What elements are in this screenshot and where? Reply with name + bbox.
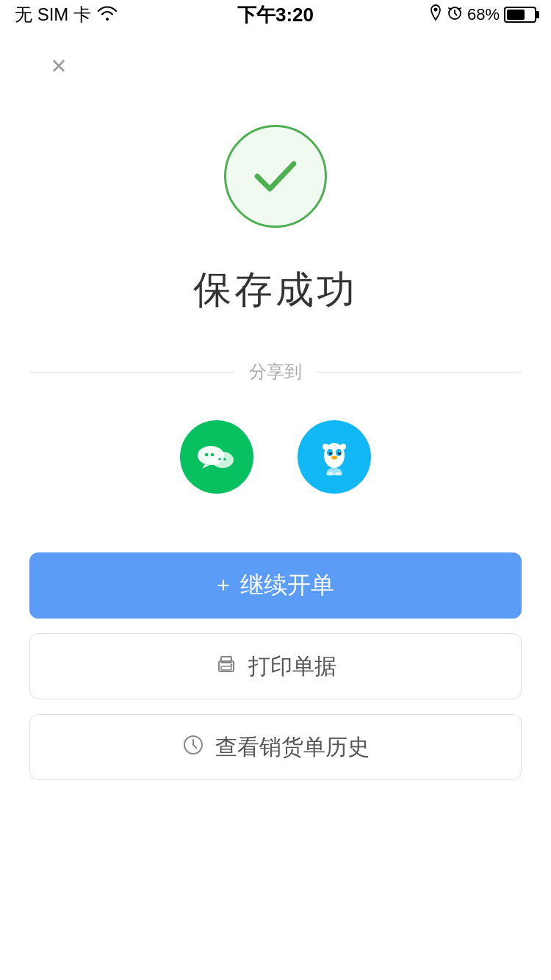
carrier-text: 无 SIM 卡: [15, 3, 91, 26]
battery-fill: [507, 10, 525, 20]
printer-icon: [215, 652, 238, 681]
svg-point-15: [339, 452, 341, 453]
clock-icon: [181, 733, 205, 762]
svg-point-24: [231, 663, 233, 666]
continue-label: 继续开单: [240, 569, 334, 602]
svg-point-20: [335, 472, 342, 476]
svg-point-0: [433, 8, 437, 12]
battery-percentage: 68%: [467, 5, 500, 24]
checkmark-icon: [253, 154, 298, 198]
svg-point-7: [223, 458, 226, 461]
share-icons-group: [180, 420, 371, 494]
print-label: 打印单据: [248, 652, 336, 682]
main-content: × 保存成功 分享到: [0, 29, 551, 980]
continue-button[interactable]: + 继续开单: [29, 552, 522, 619]
svg-point-16: [331, 456, 337, 460]
alarm-icon: [447, 4, 463, 25]
share-section: 分享到: [29, 360, 522, 383]
print-button[interactable]: 打印单据: [29, 633, 522, 699]
history-label: 查看销货单历史: [215, 732, 370, 763]
location-icon: [429, 4, 442, 25]
qq-share-button[interactable]: [298, 420, 371, 494]
svg-point-3: [212, 452, 234, 468]
share-label: 分享到: [234, 360, 317, 383]
svg-point-5: [211, 453, 214, 456]
status-carrier: 无 SIM 卡: [15, 3, 118, 26]
svg-point-17: [323, 444, 328, 450]
svg-point-6: [218, 458, 221, 461]
status-right-group: 68%: [429, 4, 536, 25]
plus-icon: +: [217, 573, 230, 598]
svg-point-4: [205, 453, 208, 456]
wechat-share-button[interactable]: [180, 420, 253, 494]
svg-point-14: [331, 452, 332, 453]
svg-point-19: [326, 472, 334, 476]
success-circle: [224, 125, 327, 228]
close-button[interactable]: ×: [37, 44, 81, 88]
svg-rect-23: [221, 666, 231, 670]
status-bar: 无 SIM 卡 下午3:20 68%: [0, 0, 551, 29]
status-time: 下午3:20: [237, 2, 314, 28]
action-buttons: + 继续开单 打印单据 查看销货单历史: [29, 552, 522, 780]
success-title: 保存成功: [193, 264, 358, 316]
qq-icon: [312, 435, 356, 479]
wechat-icon: [195, 435, 239, 479]
svg-point-18: [340, 444, 346, 450]
wifi-icon: [97, 4, 118, 25]
battery-icon: [504, 7, 536, 23]
close-icon: ×: [51, 51, 66, 82]
history-button[interactable]: 查看销货单历史: [29, 714, 522, 780]
